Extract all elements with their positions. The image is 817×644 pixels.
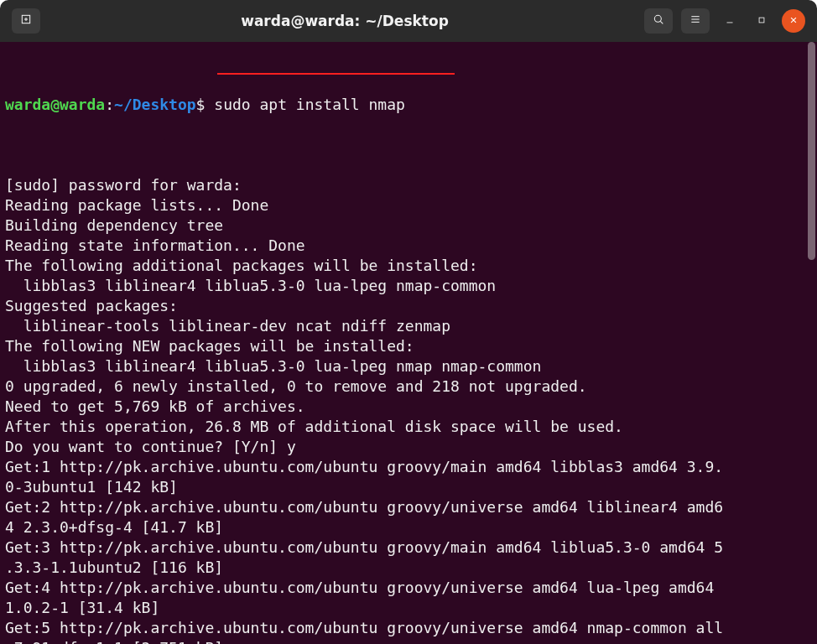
terminal-line: Get:4 http://pk.archive.ubuntu.com/ubunt… bbox=[5, 578, 812, 598]
prompt-colon: : bbox=[105, 96, 114, 113]
terminal-line: libblas3 liblinear4 liblua5.3-0 lua-lpeg… bbox=[5, 356, 812, 377]
titlebar-right bbox=[644, 8, 805, 34]
terminal-line: liblinear-tools liblinear-dev ncat ndiff… bbox=[5, 316, 812, 336]
svg-point-3 bbox=[654, 15, 661, 22]
search-button[interactable] bbox=[644, 8, 673, 34]
terminal-line: Need to get 5,769 kB of archives. bbox=[5, 397, 812, 417]
hamburger-menu-button[interactable] bbox=[681, 8, 710, 34]
close-icon bbox=[788, 13, 799, 29]
command-underline bbox=[217, 73, 455, 75]
hamburger-icon bbox=[689, 13, 702, 29]
new-tab-icon bbox=[19, 13, 33, 29]
minimize-button[interactable] bbox=[718, 9, 742, 33]
search-icon bbox=[652, 13, 665, 29]
terminal-line: Do you want to continue? [Y/n] y bbox=[5, 437, 812, 457]
terminal-area[interactable]: warda@warda:~/Desktop$ sudo apt install … bbox=[0, 42, 817, 644]
terminal-line: [sudo] password for warda: bbox=[5, 175, 812, 195]
terminal-line: Reading package lists... Done bbox=[5, 195, 812, 216]
terminal-line: 1.0.2-1 [31.4 kB] bbox=[5, 598, 812, 618]
terminal-line: Get:5 http://pk.archive.ubuntu.com/ubunt… bbox=[5, 618, 812, 638]
terminal-line: 4 2.3.0+dfsg-4 [41.7 kB] bbox=[5, 517, 812, 538]
terminal-line: Building dependency tree bbox=[5, 216, 812, 236]
terminal-line: 0 upgraded, 6 newly installed, 0 to remo… bbox=[5, 377, 812, 397]
svg-rect-9 bbox=[759, 18, 764, 23]
prompt-user-host: warda@warda bbox=[5, 96, 105, 113]
terminal-line: The following additional packages will b… bbox=[5, 256, 812, 276]
svg-line-4 bbox=[660, 21, 663, 23]
prompt-path: ~/Desktop bbox=[114, 96, 196, 113]
maximize-icon bbox=[756, 13, 768, 29]
terminal-line: 7.91+dfsg1-1 [3,751 kB] bbox=[5, 638, 812, 644]
terminal-line: libblas3 liblinear4 liblua5.3-0 lua-lpeg… bbox=[5, 276, 812, 296]
close-button[interactable] bbox=[782, 9, 805, 33]
prompt-line: warda@warda:~/Desktop$ sudo apt install … bbox=[5, 95, 812, 115]
maximize-button[interactable] bbox=[750, 9, 773, 33]
titlebar-left bbox=[12, 8, 45, 34]
new-tab-button[interactable] bbox=[12, 8, 40, 34]
command-text: sudo apt install nmap bbox=[214, 96, 405, 113]
terminal-line: Get:3 http://pk.archive.ubuntu.com/ubunt… bbox=[5, 538, 812, 558]
terminal-output: [sudo] password for warda:Reading packag… bbox=[5, 175, 812, 644]
terminal-line: .3.3-1.1ubuntu2 [116 kB] bbox=[5, 558, 812, 578]
terminal-line: After this operation, 26.8 MB of additio… bbox=[5, 417, 812, 437]
titlebar: warda@warda: ~/Desktop bbox=[0, 0, 817, 42]
terminal-line: Get:1 http://pk.archive.ubuntu.com/ubunt… bbox=[5, 457, 812, 477]
terminal-line: The following NEW packages will be insta… bbox=[5, 336, 812, 356]
window-title: warda@warda: ~/Desktop bbox=[55, 13, 634, 29]
terminal-line: 0-3ubuntu1 [142 kB] bbox=[5, 477, 812, 497]
prompt-dollar: $ bbox=[196, 96, 215, 113]
terminal-line: Get:2 http://pk.archive.ubuntu.com/ubunt… bbox=[5, 497, 812, 517]
scrollbar-thumb[interactable] bbox=[808, 42, 815, 260]
terminal-line: Suggested packages: bbox=[5, 296, 812, 316]
scrollbar-track[interactable] bbox=[808, 42, 815, 644]
minimize-icon bbox=[724, 13, 736, 29]
terminal-line: Reading state information... Done bbox=[5, 236, 812, 256]
